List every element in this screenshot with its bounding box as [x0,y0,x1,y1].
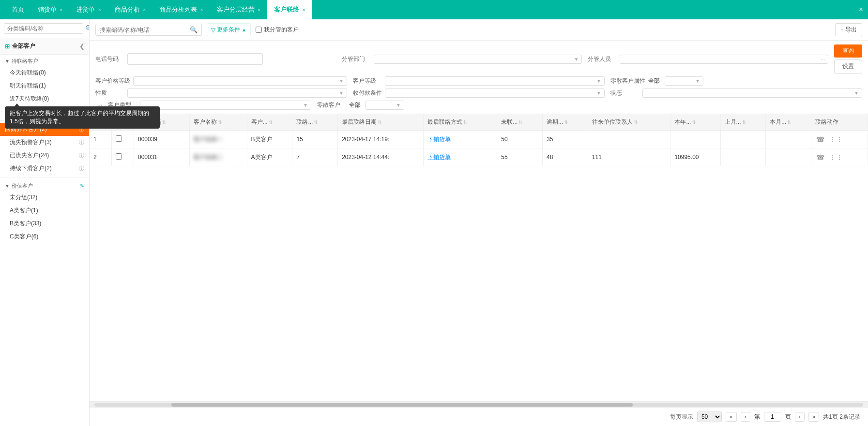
sort-date-icon[interactable]: ⇅ [378,119,381,125]
close-customer-contact-icon[interactable]: × [302,7,305,13]
sort-last-month-icon[interactable]: ⇅ [742,119,746,125]
action-more-2[interactable]: ⋮⋮ [828,152,844,162]
sidebar-divider-1 [0,120,89,121]
page-input[interactable] [764,412,781,422]
scrollbar-thumb[interactable] [171,403,633,407]
action-more-1[interactable]: ⋮⋮ [828,134,844,144]
nav-item-product-list[interactable]: 商品分析列表 × [152,0,210,19]
customer-level-label: 客户等级 [353,77,382,85]
td-index-2: 2 [90,148,111,166]
gender-select[interactable]: ▼ [127,88,347,98]
last-page-button[interactable]: » [808,412,820,422]
sidebar-search-button[interactable]: 🔍 [85,25,90,32]
row-checkbox-1[interactable] [116,135,122,142]
action-call-1[interactable]: ☎ [815,134,825,144]
customer-level-select[interactable]: ▼ [385,76,605,86]
td-year-2: 10995.00 [670,148,720,166]
sidebar-search-input[interactable] [4,23,83,34]
th-last-contact-date: 最后联络日期⇅ [338,114,424,131]
sort-type-icon[interactable]: ⇅ [269,119,273,125]
sidebar-item-churned[interactable]: 已流失客户(24) ⓘ [0,149,89,162]
select-all-checkbox[interactable] [116,118,122,125]
sidebar-collapse-icon[interactable]: ❮ [79,43,84,50]
th-customer-type: 客户...⇅ [247,114,292,131]
sort-code-icon[interactable]: ⇅ [162,119,166,125]
sidebar-item-repurchase-anomaly[interactable]: 回购异常客户(2) ⓘ [0,123,89,136]
window-close-icon[interactable]: × [859,5,863,14]
sidebar-item-declining[interactable]: 持续下滑客户(2) ⓘ [0,162,89,175]
settings-button[interactable]: 设置 [834,59,862,73]
nav-item-sales[interactable]: 销货单 × [31,0,69,19]
sidebar-item-overdue[interactable]: 逾期未联络(30) [0,105,89,118]
payment-select[interactable]: ▼ [385,88,605,98]
edit-icon[interactable]: ✎ [80,183,84,189]
grid-icon: ⊞ [5,43,10,50]
per-page-select[interactable]: 50 20 100 [697,411,722,422]
filter-manager: 分管人员 ··· [588,55,828,64]
query-button[interactable]: 查询 [834,44,862,58]
sort-no-contact-icon[interactable]: ⇅ [518,119,522,125]
sort-method-icon[interactable]: ⇅ [463,119,467,125]
nav-item-customer-tier[interactable]: 客户分层经营 × [210,0,267,19]
close-purchase-icon[interactable]: × [98,7,101,13]
close-product-list-icon[interactable]: × [200,7,203,13]
nav-item-purchase[interactable]: 进货单 × [69,0,107,19]
close-product-analysis-icon[interactable]: × [143,7,146,13]
sort-overdue-icon[interactable]: ⇅ [564,119,568,125]
row-actions-2: ☎ ⋮⋮ [815,152,864,162]
price-level-select[interactable]: ▼ [133,76,347,86]
export-button[interactable]: ↑ 导出 [835,23,862,36]
my-customer-checkbox[interactable] [256,27,262,33]
first-page-button[interactable]: « [726,412,737,422]
filter-retail-attr: 零散客户属性 全部 ▼ [610,76,862,86]
sidebar-item-unclassified[interactable]: 未分组(32) [0,191,89,204]
status-select[interactable]: ▼ [642,88,862,98]
chevron-down-payment: ▼ [596,90,601,96]
more-dots[interactable]: ··· [97,102,102,109]
sort-contact-icon[interactable]: ⇅ [314,119,318,125]
close-customer-tier-icon[interactable]: × [258,7,260,13]
method-link-1[interactable]: 下销货单 [427,136,451,143]
sidebar-item-churn-warning[interactable]: 流失预警客户(3) ⓘ [0,136,89,149]
dept-select[interactable]: ▼ [374,55,582,64]
sort-year-icon[interactable]: ⇅ [692,119,696,125]
retail-attr-select[interactable]: ▼ [665,76,703,86]
td-method-2: 下销货单 [424,148,497,166]
sidebar-item-7days[interactable]: 近7天待联络(0) [0,92,89,105]
sidebar-item-tomorrow[interactable]: 明天待联络(1) [0,79,89,92]
nav-item-product-analysis[interactable]: 商品分析 × [108,0,152,19]
manager-label: 分管人员 [588,55,617,63]
arrow-down-icon: ▼ [5,59,10,64]
dept-label: 分管部门 [342,55,371,63]
manager-select[interactable]: ··· [620,55,828,64]
sort-month-icon[interactable]: ⇅ [787,119,791,125]
gear-icon[interactable]: ⚙ [97,118,104,126]
retail-customer-select[interactable]: ▼ [365,101,404,110]
close-sales-icon[interactable]: × [60,7,62,13]
prev-page-button[interactable]: ‹ [741,412,750,422]
method-link-2[interactable]: 下销货单 [427,154,451,161]
nav-item-home[interactable]: 首页 [5,0,31,19]
action-call-2[interactable]: ☎ [815,152,825,162]
row-checkbox-2[interactable] [116,153,122,160]
th-code: 客户编码⇅ [134,114,189,131]
sort-name-icon[interactable]: ⇅ [218,119,222,125]
customer-table: ⚙ 客户编码⇅ 客户名称⇅ 客 [90,114,868,166]
next-page-button[interactable]: › [795,412,805,422]
sidebar-item-class-c[interactable]: C类客户(6) [0,230,89,243]
price-level-label: 客户价格等级 [95,77,130,85]
horizontal-scrollbar[interactable] [90,401,868,407]
filter-dept: 分管部门 ▼ [342,55,582,64]
status-label: 状态 [610,89,640,97]
sidebar-item-class-b[interactable]: B类客户(33) [0,217,89,230]
sort-person-icon[interactable]: ⇅ [634,119,638,125]
th-last-contact-method: 最后联络方式⇅ [424,114,497,131]
more-filter-button[interactable]: ▽ 更多条件 ▲ [207,23,251,36]
phone-input[interactable] [127,53,263,65]
nav-item-customer-contact[interactable]: 客户联络 × [267,0,312,19]
customer-type-select[interactable]: ▼ [140,101,311,110]
th-settings: ⚙ [90,114,111,131]
search-input[interactable] [100,27,190,33]
sidebar-item-today[interactable]: 今天待联络(0) [0,66,89,79]
sidebar-item-class-a[interactable]: A类客户(1) [0,204,89,217]
